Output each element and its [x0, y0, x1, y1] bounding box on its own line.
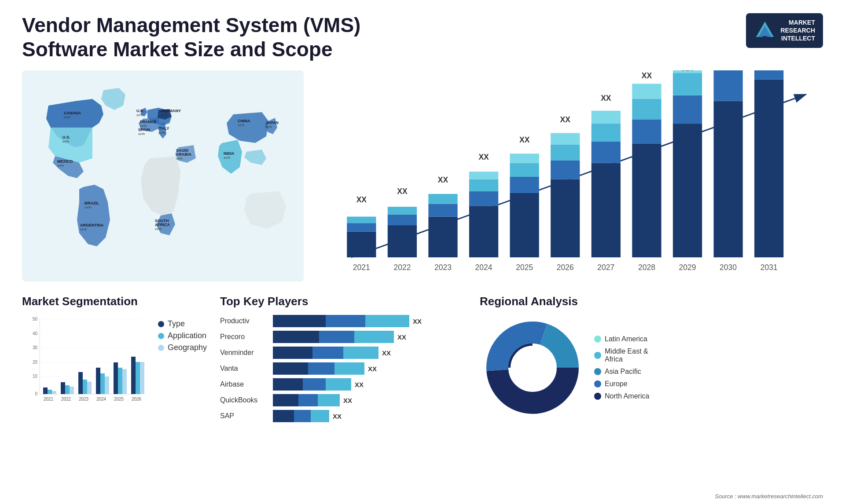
svg-text:2024: 2024	[475, 263, 492, 272]
svg-rect-53	[469, 172, 498, 180]
dot-europe	[594, 380, 601, 387]
svg-text:0: 0	[35, 391, 37, 396]
regional-legend: Latin America Middle East &Africa Asia P…	[594, 335, 649, 400]
svg-rect-65	[592, 163, 621, 257]
legend-asia-pacific: Asia Pacific	[594, 368, 649, 376]
legend-geography: Geography	[158, 343, 207, 352]
svg-rect-133	[122, 369, 127, 394]
svg-text:XX: XX	[397, 187, 408, 196]
player-bar-precoro	[273, 331, 394, 343]
svg-text:FRANCE: FRANCE	[140, 120, 157, 124]
svg-rect-58	[510, 154, 539, 163]
world-map: CANADA xx% U.S. xx% MEXICO xx% BRAZIL xx…	[22, 70, 304, 281]
svg-text:XX: XX	[478, 153, 489, 161]
page-header: Vendor Management System (VMS) Software …	[22, 13, 823, 62]
svg-text:xx%: xx%	[158, 131, 165, 135]
dot-asia-pacific	[594, 368, 601, 375]
svg-rect-66	[592, 142, 621, 163]
svg-text:XX: XX	[642, 71, 652, 80]
svg-rect-73	[632, 84, 661, 99]
svg-rect-76	[673, 95, 702, 124]
svg-text:xx%: xx%	[238, 123, 244, 127]
player-xx-sap: XX	[333, 413, 342, 420]
svg-rect-46	[428, 217, 457, 258]
donut-chart	[480, 315, 585, 420]
segmentation-legend: Type Application Geography	[158, 319, 207, 352]
svg-rect-50	[469, 206, 498, 258]
svg-text:xx%: xx%	[224, 156, 230, 160]
svg-rect-118	[61, 382, 65, 394]
label-latin-america: Latin America	[605, 335, 647, 343]
svg-rect-119	[78, 372, 83, 394]
svg-rect-131	[87, 382, 92, 394]
svg-rect-126	[100, 373, 105, 394]
svg-rect-128	[136, 362, 140, 394]
player-name-venminder: Venminder	[220, 349, 268, 357]
dot-latin-america	[594, 336, 601, 343]
svg-text:CHINA: CHINA	[238, 119, 250, 123]
svg-text:XX: XX	[519, 135, 530, 144]
svg-rect-125	[83, 380, 87, 394]
svg-text:BRAZIL: BRAZIL	[84, 201, 99, 205]
label-north-america: North America	[605, 392, 649, 400]
svg-rect-62	[551, 145, 580, 161]
legend-dot-geography	[158, 345, 164, 351]
svg-rect-40	[347, 217, 376, 223]
regional-section: Regional Analysis	[480, 295, 823, 471]
legend-middle-east: Middle East &Africa	[594, 347, 649, 363]
svg-rect-80	[713, 101, 742, 258]
player-xx-venminder: XX	[382, 349, 391, 357]
player-row-venminder: Venminder XX	[220, 347, 467, 359]
svg-text:XX: XX	[560, 116, 571, 124]
svg-rect-60	[551, 179, 580, 257]
svg-rect-43	[388, 215, 417, 225]
svg-rect-44	[388, 207, 417, 215]
bottom-section: Market Segmentation 0 1	[22, 295, 823, 471]
legend-type: Type	[158, 319, 207, 329]
player-xx-airbase: XX	[355, 381, 364, 388]
player-row-sap: SAP XX	[220, 410, 467, 422]
svg-text:2024: 2024	[96, 397, 107, 402]
label-asia-pacific: Asia Pacific	[605, 368, 641, 376]
top-section: CANADA xx% U.S. xx% MEXICO xx% BRAZIL xx…	[22, 70, 823, 281]
svg-text:xx%: xx%	[57, 164, 64, 168]
svg-text:U.S.: U.S.	[62, 135, 70, 139]
svg-rect-75	[673, 124, 702, 257]
svg-text:ARABIA: ARABIA	[176, 152, 191, 157]
player-name-precoro: Precoro	[220, 333, 268, 341]
svg-rect-48	[428, 194, 457, 204]
svg-text:10: 10	[33, 374, 38, 379]
svg-text:2027: 2027	[597, 263, 614, 272]
player-name-vanta: Vanta	[220, 365, 268, 373]
page-title: Vendor Management System (VMS) Software …	[22, 13, 374, 62]
svg-text:xx%: xx%	[80, 227, 87, 231]
logo: MARKET RESEARCH INTELLECT	[746, 13, 823, 48]
svg-text:50: 50	[33, 317, 38, 321]
svg-rect-61	[551, 161, 580, 179]
svg-rect-71	[632, 120, 661, 144]
svg-text:xx%: xx%	[64, 115, 70, 119]
bar-chart-svg: XX XX XX XX	[317, 70, 823, 281]
legend-dot-application	[158, 333, 164, 339]
svg-rect-67	[592, 124, 621, 142]
segmentation-section: Market Segmentation 0 1	[22, 295, 207, 471]
svg-text:xx%: xx%	[84, 205, 91, 209]
svg-text:XX: XX	[356, 196, 367, 205]
logo-icon	[754, 19, 776, 41]
player-name-airbase: Airbase	[220, 380, 268, 388]
svg-text:XX: XX	[682, 70, 693, 73]
svg-text:2025: 2025	[516, 263, 533, 272]
svg-rect-51	[469, 191, 498, 206]
legend-application: Application	[158, 331, 207, 340]
player-bar-venminder	[273, 347, 378, 359]
svg-text:CANADA: CANADA	[64, 111, 81, 115]
player-row-airbase: Airbase XX	[220, 378, 467, 391]
svg-text:xx%: xx%	[176, 157, 183, 161]
legend-dot-type	[158, 321, 164, 327]
svg-rect-47	[428, 204, 457, 217]
svg-text:2029: 2029	[679, 263, 696, 272]
player-bar-quickbooks	[273, 394, 340, 406]
players-list: Productiv XX Precoro	[220, 315, 467, 422]
svg-text:AFRICA: AFRICA	[155, 223, 170, 227]
svg-text:xx%: xx%	[62, 139, 69, 143]
